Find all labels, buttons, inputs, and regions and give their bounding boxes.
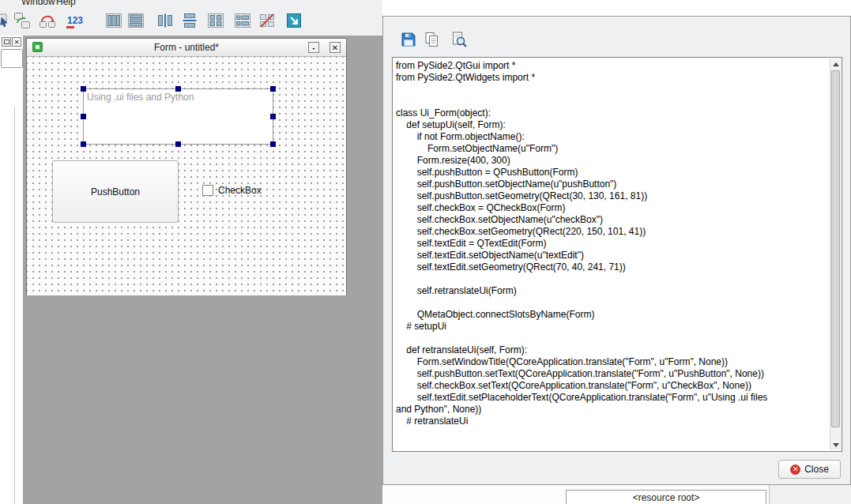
- widget-box-panel: ✕: [0, 36, 23, 504]
- checkbox-indicator[interactable]: [202, 185, 213, 196]
- widget-filter-input[interactable]: [1, 49, 23, 68]
- close-button-label: Close: [804, 464, 829, 475]
- adjust-size-icon[interactable]: [284, 11, 303, 30]
- float-icon: [4, 39, 9, 44]
- selection-handle[interactable]: [81, 114, 86, 119]
- selection-handle[interactable]: [270, 86, 276, 92]
- selection-handle[interactable]: [81, 141, 86, 147]
- vertical-scrollbar[interactable]: [830, 58, 841, 450]
- mdi-area: Form - untitled* - ✕ Using .ui files and…: [23, 36, 382, 504]
- selection-handle[interactable]: [81, 86, 86, 92]
- minimize-button[interactable]: -: [308, 42, 319, 53]
- background-area: [769, 485, 851, 504]
- edit-signals-slots-icon[interactable]: [13, 11, 32, 30]
- pushbutton-widget[interactable]: PushButton: [52, 160, 179, 223]
- close-icon: ✕: [790, 465, 800, 475]
- dock-close-button[interactable]: ✕: [12, 37, 21, 47]
- edit-buddies-icon[interactable]: [38, 11, 57, 30]
- edit-tab-order-icon[interactable]: 123: [63, 11, 87, 30]
- break-layout-icon[interactable]: [258, 11, 277, 30]
- layout-horizontal-icon[interactable]: [104, 11, 123, 30]
- chevron-up-icon: [833, 62, 839, 66]
- dock-float-button[interactable]: [2, 37, 11, 47]
- layout-vertical-splitter-icon[interactable]: [180, 11, 199, 30]
- form-designer-window: Form - untitled* - ✕ Using .ui files and…: [26, 38, 347, 295]
- copy-icon[interactable]: [423, 30, 442, 49]
- edit-widgets-icon[interactable]: [0, 11, 12, 30]
- menu-help[interactable]: Help: [56, 0, 76, 7]
- close-button[interactable]: ✕: [329, 42, 341, 53]
- qt-designer-window: Window Help 123: [0, 0, 851, 504]
- checkbox-label: CheckBox: [218, 185, 262, 196]
- resource-root-label: <resource root>: [633, 492, 700, 503]
- resource-root-item[interactable]: <resource root>: [566, 490, 766, 504]
- background-area: [382, 0, 851, 16]
- find-icon[interactable]: [450, 30, 469, 49]
- tab-order-digits: 123: [67, 15, 83, 26]
- selection-handle[interactable]: [175, 141, 181, 147]
- toolbar: 123: [0, 7, 382, 36]
- layout-vertical-icon[interactable]: [126, 11, 145, 30]
- textedit-placeholder: Using .ui files and Python: [87, 92, 194, 103]
- selection-handle[interactable]: [175, 86, 181, 92]
- form-canvas[interactable]: Using .ui files and Python PushButton Ch…: [27, 57, 346, 295]
- textedit-widget[interactable]: Using .ui files and Python: [83, 88, 273, 145]
- scroll-up-button[interactable]: [830, 58, 841, 70]
- form-window-title: Form - untitled*: [27, 42, 346, 53]
- save-icon[interactable]: [399, 30, 418, 49]
- generated-code: from PySide2.QtGui import * from PySide2…: [393, 58, 842, 430]
- selection-handle[interactable]: [270, 114, 276, 119]
- scrollbar-thumb[interactable]: [831, 70, 840, 427]
- resource-browser-panel: <resource root>: [382, 485, 851, 504]
- menu-bar: Window Help: [0, 0, 382, 7]
- layout-horizontal-splitter-icon[interactable]: [156, 11, 175, 30]
- layout-grid-icon[interactable]: [206, 11, 225, 30]
- checkbox-widget[interactable]: CheckBox: [202, 185, 262, 196]
- form-window-titlebar[interactable]: Form - untitled* - ✕: [27, 39, 346, 57]
- panel-divider: [14, 107, 15, 504]
- menu-window[interactable]: Window: [21, 0, 55, 7]
- scroll-down-button[interactable]: [830, 439, 841, 450]
- chevron-down-icon: [833, 443, 839, 447]
- view-code-dialog: from PySide2.QtGui import * from PySide2…: [382, 16, 851, 485]
- dialog-close-button[interactable]: ✕ Close: [778, 460, 841, 479]
- close-icon: ✕: [14, 39, 20, 46]
- layout-form-icon[interactable]: [233, 11, 252, 30]
- tab-order-mark: [66, 26, 74, 28]
- code-editor[interactable]: from PySide2.QtGui import * from PySide2…: [392, 57, 842, 452]
- selection-handle[interactable]: [270, 141, 276, 147]
- pushbutton-label: PushButton: [91, 186, 140, 197]
